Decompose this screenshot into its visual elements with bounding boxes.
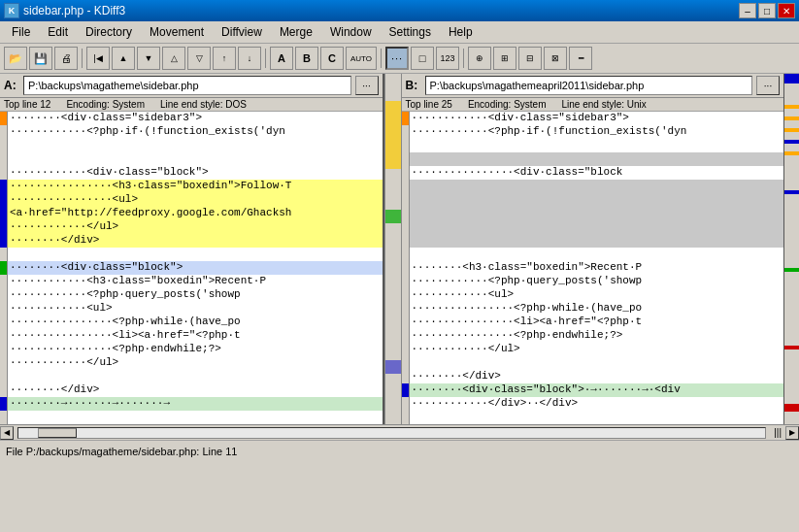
middle-bar — [384, 74, 402, 424]
line-a-18: ················<?php·endwhile;?> — [8, 343, 383, 356]
save-button[interactable]: 💾 — [29, 47, 52, 70]
line-a-1: ········<div·class="sidebar3"> — [8, 112, 383, 125]
line-a-20 — [8, 370, 383, 383]
menu-file[interactable]: File — [4, 23, 38, 41]
scroll-position: ||| — [770, 427, 785, 438]
pane-a-browse-button[interactable]: ··· — [355, 76, 379, 95]
line-b-9 — [410, 220, 784, 234]
B-button[interactable]: B — [295, 47, 318, 70]
line-b-10 — [410, 234, 784, 248]
pane-b-topline: Top line 25 — [406, 99, 452, 110]
pane-a-encoding: Encoding: System — [66, 99, 145, 110]
line-a-5: ············<div·class="block"> — [8, 166, 383, 180]
line-b-8 — [410, 207, 784, 220]
sep4 — [463, 49, 464, 68]
horizontal-scrollbar[interactable]: ◀ ||| ▶ — [0, 424, 799, 440]
open-button[interactable]: 📂 — [4, 47, 27, 70]
pane-b-encoding: Encoding: System — [468, 99, 547, 110]
pane-a-path[interactable] — [23, 76, 351, 95]
menu-edit[interactable]: Edit — [40, 23, 76, 41]
box-button[interactable]: □ — [411, 47, 434, 70]
line-b-5: ················<div·class="block — [410, 166, 784, 180]
app-icon: K — [4, 3, 19, 18]
scroll-right-button[interactable]: ▶ — [785, 426, 799, 440]
status-bar: File P:/backups/magatheme/sidebar.php: L… — [0, 440, 799, 461]
collapse1-button[interactable]: ⊕ — [468, 47, 491, 70]
next-diff-button[interactable]: ▼ — [137, 47, 160, 70]
prev-unresolved-button[interactable]: △ — [162, 47, 185, 70]
line-a-17: ················<li><a·href="<?php·t — [8, 329, 383, 343]
line-a-10: ········</div> — [8, 234, 383, 248]
dots-button[interactable]: ··· — [385, 47, 409, 70]
line-b-1: ············<div·class="sidebar3"> — [410, 112, 784, 125]
pane-a-topline: Top line 12 — [4, 99, 50, 110]
status-text: File P:/backups/magatheme/sidebar.php: L… — [6, 446, 237, 457]
line-b-6 — [410, 180, 784, 193]
maximize-button[interactable]: □ — [758, 3, 776, 18]
minimize-button[interactable]: – — [739, 3, 756, 18]
pane-b-browse-button[interactable]: ··· — [756, 76, 780, 95]
line-a-2: ············<?php·if·(!function_exists('… — [8, 125, 383, 139]
pane-a-content[interactable]: ········<div·class="sidebar3"> ·········… — [0, 112, 383, 424]
line-b-20: ········</div> — [410, 370, 784, 383]
menu-bar: File Edit Directory Movement Diffview Me… — [0, 21, 799, 44]
print-button[interactable]: 🖨 — [54, 47, 78, 70]
line-b-19 — [410, 356, 784, 370]
line-b-14: ············<ul> — [410, 288, 784, 302]
pane-b-lineend: Line end style: Unix — [561, 99, 646, 110]
line-a-7: ················<ul> — [8, 193, 383, 207]
first-diff-button[interactable]: |◀ — [86, 47, 110, 70]
linenum-button[interactable]: 123 — [436, 47, 459, 70]
pane-b-content[interactable]: ············<div·class="sidebar3"> ·····… — [402, 112, 784, 424]
line-b-22: ············</div>··</div> — [410, 397, 784, 411]
next-unresolved-button[interactable]: ▽ — [187, 47, 211, 70]
A-button[interactable]: A — [270, 47, 293, 70]
collapse2-button[interactable]: ⊞ — [493, 47, 516, 70]
line-a-19: ············</ul> — [8, 356, 383, 370]
line-a-6: ················<h3·class="boxedin">Foll… — [8, 180, 383, 193]
line-b-18: ············</ul> — [410, 343, 784, 356]
scroll-thumb[interactable] — [38, 428, 77, 438]
prev-diff-button[interactable]: ▲ — [112, 47, 135, 70]
line-b-13: ············<?php·query_posts('showp — [410, 275, 784, 288]
menu-help[interactable]: Help — [441, 23, 481, 41]
pane-b-path[interactable] — [425, 76, 753, 95]
overview-scrollbar[interactable] — [783, 74, 799, 424]
sep3 — [381, 49, 382, 68]
menu-directory[interactable]: Directory — [78, 23, 140, 41]
pane-a-lineend: Line end style: DOS — [160, 99, 247, 110]
line-a-12: ········<div·class="block"> — [8, 261, 383, 275]
pane-b-header: B: ··· — [402, 74, 784, 98]
line-a-15: ············<ul> — [8, 302, 383, 316]
pane-a-header: A: ··· — [0, 74, 383, 98]
menu-settings[interactable]: Settings — [382, 23, 439, 41]
line-b-3 — [410, 139, 784, 152]
menu-diffview[interactable]: Diffview — [214, 23, 270, 41]
menu-window[interactable]: Window — [322, 23, 380, 41]
window-title: sidebar.php - KDiff3 — [23, 4, 125, 17]
auto-button[interactable]: AUTO — [346, 47, 377, 70]
next-conflict-button[interactable]: ↓ — [238, 47, 261, 70]
menu-movement[interactable]: Movement — [142, 23, 212, 41]
line-a-16: ················<?php·while·(have_po — [8, 316, 383, 329]
line-a-23 — [8, 411, 383, 424]
line-a-4 — [8, 152, 383, 166]
line-b-4 — [410, 152, 784, 166]
close-button[interactable]: ✕ — [778, 3, 795, 18]
pane-b-info: Top line 25 Encoding: System Line end st… — [402, 98, 784, 112]
menu-merge[interactable]: Merge — [272, 23, 320, 41]
sep1 — [82, 49, 83, 68]
line-a-8: <a·href="http://feedproxy.google.com/Gha… — [8, 207, 383, 220]
collapse5-button[interactable]: ━ — [569, 47, 592, 70]
window-controls: – □ ✕ — [739, 3, 795, 18]
prev-conflict-button[interactable]: ↑ — [213, 47, 236, 70]
scroll-left-button[interactable]: ◀ — [0, 426, 14, 440]
line-a-11 — [8, 248, 383, 261]
collapse4-button[interactable]: ⊠ — [544, 47, 567, 70]
line-b-7 — [410, 193, 784, 207]
pane-a-label: A: — [4, 79, 19, 92]
line-b-15: ················<?php·while·(have_po — [410, 302, 784, 316]
collapse3-button[interactable]: ⊟ — [518, 47, 542, 70]
C-button[interactable]: C — [320, 47, 344, 70]
scroll-track[interactable] — [17, 427, 766, 439]
